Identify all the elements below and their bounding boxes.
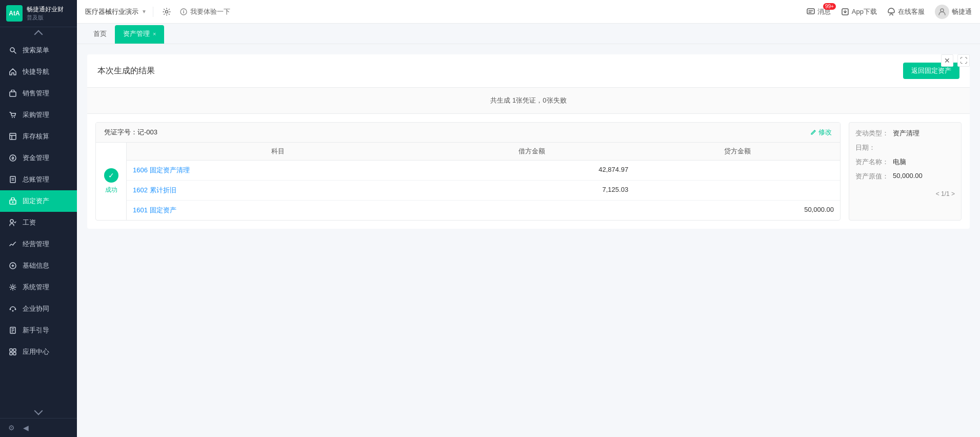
topbar-trial-btn[interactable]: 我要体验一下 <box>180 7 230 16</box>
date-label: 日期： <box>855 143 886 152</box>
edit-button[interactable]: 修改 <box>810 128 832 137</box>
sidebar-item-label: 企业协同 <box>23 304 49 313</box>
voucher-container: 凭证字号：记-003 修改 ✓ 成功 <box>87 114 970 229</box>
app-center-icon <box>8 347 17 356</box>
sidebar-item-purchase[interactable]: 采购管理 <box>0 104 77 126</box>
sidebar-item-operations[interactable]: 经营管理 <box>0 233 77 255</box>
svg-point-12 <box>12 286 14 289</box>
system-icon <box>8 283 17 292</box>
user-avatar[interactable]: 畅捷通 <box>935 5 972 19</box>
sidebar-item-label: 销售管理 <box>23 89 49 98</box>
guide-icon <box>8 326 17 335</box>
sidebar-item-label: 工资 <box>23 218 36 227</box>
row1-subject: 1606 固定资产清理 <box>127 161 429 180</box>
avatar-icon <box>935 5 949 19</box>
sidebar-item-label: 搜索菜单 <box>23 46 49 55</box>
sidebar-item-app-center[interactable]: 应用中心 <box>0 341 77 363</box>
sidebar-item-enterprise[interactable]: 企业协同 <box>0 298 77 320</box>
table-header: 科目 借方金额 贷方金额 <box>127 143 840 161</box>
project-name: 医疗器械行业演示 <box>85 7 138 16</box>
sidebar-item-basics[interactable]: 基础信息 <box>0 255 77 276</box>
tab-asset-management[interactable]: 资产管理 × <box>115 25 164 44</box>
online-service-label: 在线客服 <box>898 7 925 16</box>
svg-rect-2 <box>10 92 16 96</box>
svg-point-21 <box>165 10 168 13</box>
sidebar-item-label: 总账管理 <box>23 175 49 184</box>
sidebar-item-label: 新手引导 <box>23 326 49 335</box>
table-row: 1606 固定资产清理 42,874.97 <box>127 161 840 181</box>
change-type-label: 变动类型： <box>855 129 889 138</box>
voucher-header: 凭证字号：记-003 修改 <box>96 123 840 143</box>
home-icon <box>8 67 17 76</box>
online-service-btn[interactable]: 在线客服 <box>887 7 925 16</box>
svg-line-1 <box>14 52 16 54</box>
tab-close-btn[interactable]: × <box>153 31 156 37</box>
sidebar-item-finance[interactable]: 资金管理 <box>0 147 77 169</box>
row1-debit: 42,874.97 <box>429 161 634 180</box>
change-type-row: 变动类型： 资产清理 <box>855 129 955 138</box>
close-panel-btn[interactable]: ✕ <box>941 54 953 67</box>
trial-label: 我要体验一下 <box>190 7 230 16</box>
topbar-project[interactable]: 医疗器械行业演示 ▼ <box>85 7 147 16</box>
search-icon <box>8 46 17 55</box>
result-panel: 本次生成的结果 返回固定资产 共生成 1张凭证，0张失败 凭证字号：记-003 <box>87 54 970 229</box>
payroll-icon <box>8 218 17 227</box>
finance-icon <box>8 153 17 163</box>
result-header: 本次生成的结果 返回固定资产 <box>87 54 970 88</box>
topbar-settings-btn[interactable] <box>159 5 174 19</box>
row3-subject: 1601 固定资产 <box>127 201 429 220</box>
fixed-assets-icon <box>8 196 17 206</box>
collapse-icon[interactable]: ◀ <box>23 424 29 432</box>
result-summary: 共生成 1张凭证，0张失败 <box>87 88 970 114</box>
table-row: 1601 固定资产 50,000.00 <box>127 201 840 220</box>
row2-subject: 1602 累计折旧 <box>127 181 429 200</box>
tab-active-label: 资产管理 <box>123 29 150 38</box>
svg-point-13 <box>12 310 14 312</box>
svg-point-25 <box>941 9 944 12</box>
scroll-up-icon[interactable] <box>34 30 43 39</box>
voucher-body: ✓ 成功 科目 借方金额 贷方金额 1606 固定资产清理 <box>96 143 840 220</box>
svg-point-15 <box>15 309 16 310</box>
edit-label: 修改 <box>818 128 832 137</box>
asset-original-label: 资产原值： <box>855 172 889 181</box>
sidebar-item-sales[interactable]: 销售管理 <box>0 83 77 104</box>
svg-rect-20 <box>13 352 16 355</box>
sidebar-item-label: 应用中心 <box>23 347 49 356</box>
asset-name-row: 资产名称： 电脑 <box>855 157 955 167</box>
sidebar-item-quick-nav[interactable]: 快捷导航 <box>0 61 77 83</box>
messages-btn[interactable]: 消息 99+ <box>807 7 831 16</box>
sidebar-item-guide[interactable]: 新手引导 <box>0 320 77 341</box>
tab-home-label: 首页 <box>93 29 107 38</box>
sidebar-item-ledger[interactable]: 总账管理 <box>0 169 77 190</box>
asset-original-row: 资产原值： 50,000.00 <box>855 172 955 181</box>
row3-credit: 50,000.00 <box>634 201 840 220</box>
operations-icon <box>8 240 17 249</box>
svg-rect-17 <box>10 349 12 351</box>
sidebar-item-inventory[interactable]: 库存核算 <box>0 126 77 147</box>
settings-bottom-icon[interactable]: ⚙ <box>8 424 15 432</box>
svg-rect-19 <box>10 352 12 355</box>
panel-controls: ✕ ⛶ <box>941 54 970 67</box>
voucher-id: 凭证字号：记-003 <box>104 128 157 137</box>
col-credit-header: 贷方金额 <box>634 143 840 160</box>
svg-point-0 <box>10 48 14 52</box>
voucher-section: 凭证字号：记-003 修改 ✓ 成功 <box>95 122 841 221</box>
date-row: 日期： <box>855 143 955 152</box>
purchase-icon <box>8 110 17 120</box>
sidebar-item-payroll[interactable]: 工资 <box>0 212 77 233</box>
sidebar-item-search[interactable]: 搜索菜单 <box>0 39 77 61</box>
tab-home[interactable]: 首页 <box>85 25 115 44</box>
topbar-actions: 消息 99+ App下载 在线客服 <box>807 5 972 19</box>
expand-panel-btn[interactable]: ⛶ <box>957 54 970 67</box>
sidebar-item-fixed-assets[interactable]: 固定资产 <box>0 190 77 212</box>
sidebar-nav: 搜索菜单 快捷导航 销售管理 <box>0 39 77 406</box>
enterprise-icon <box>8 304 17 313</box>
summary-text: 共生成 1张凭证，0张失败 <box>490 96 566 104</box>
app-download-btn[interactable]: App下载 <box>841 7 877 16</box>
svg-point-9 <box>12 202 14 203</box>
scroll-down-icon[interactable] <box>34 407 43 415</box>
row3-debit <box>429 201 634 220</box>
svg-point-14 <box>10 309 11 310</box>
sidebar-item-system[interactable]: 系统管理 <box>0 276 77 298</box>
pagination[interactable]: < 1/1 > <box>855 186 955 197</box>
